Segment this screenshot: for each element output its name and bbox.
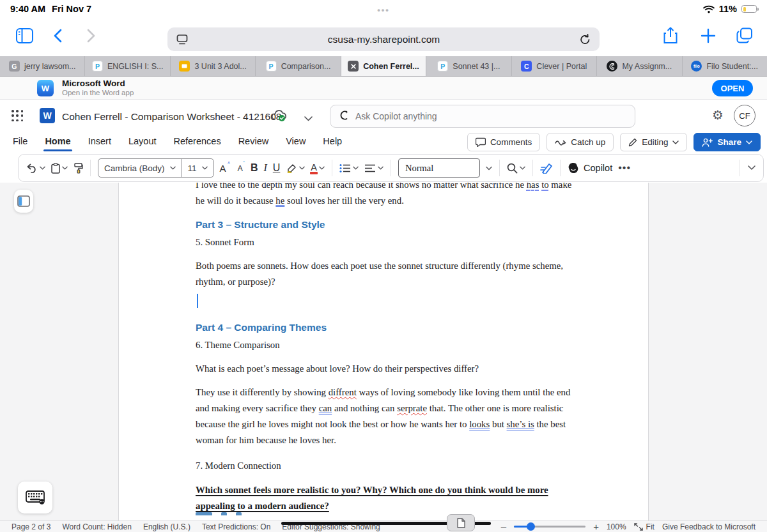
grammar-mark: to	[541, 183, 549, 190]
copilot-button[interactable]: Copilot	[568, 162, 612, 174]
open-button[interactable]: OPEN	[712, 80, 753, 96]
comments-button[interactable]: Comments	[467, 133, 540, 151]
part3-heading[interactable]: Part 3 – Structure and Style	[196, 217, 573, 232]
tab-cohen-active[interactable]: Cohen Ferrel...	[341, 56, 426, 76]
more-options-button[interactable]: •••	[618, 162, 631, 174]
banner-subtitle: Open in the Word app	[62, 89, 134, 96]
settings-gear-icon[interactable]: ⚙	[712, 107, 724, 123]
copilot-search-input[interactable]: Ask Copilot anything	[330, 105, 635, 128]
share-button[interactable]: Share	[693, 133, 761, 151]
address-bar[interactable]: csusa-my.sharepoint.com	[167, 27, 600, 51]
line-spacing-button[interactable]	[364, 163, 384, 173]
editing-mode-button[interactable]: Editing	[620, 133, 687, 151]
format-painter-icon[interactable]	[74, 163, 83, 174]
font-name-select[interactable]: Cambria (Body)	[98, 159, 182, 177]
tab-sonnet[interactable]: P Sonnet 43 |...	[426, 56, 511, 76]
new-tab-icon[interactable]	[701, 28, 716, 46]
editor-button[interactable]	[540, 162, 553, 174]
question-7-number[interactable]: 7. Modern Connection	[196, 458, 573, 474]
style-chevron-icon[interactable]	[486, 166, 492, 171]
document-page[interactable]: I love thee to the depth my soul can rea…	[118, 183, 649, 521]
font-size-select[interactable]: 11	[182, 159, 213, 177]
part4-heading[interactable]: Part 4 – Comparing Themes	[196, 319, 573, 335]
powerschool-favicon: P	[266, 61, 277, 72]
question-7-text[interactable]: Which sonnet feels more realistic to you…	[196, 482, 557, 514]
tab-label: ENGLISH I: S...	[107, 62, 164, 71]
menu-references[interactable]: References	[173, 133, 221, 151]
tab-jerry[interactable]: G jerry lawsom...	[0, 56, 85, 76]
filo-favicon: filo	[691, 61, 702, 72]
title-chevron-down-icon[interactable]	[304, 112, 313, 124]
document-canvas: I love thee to the depth my soul can rea…	[0, 183, 767, 521]
find-button[interactable]	[507, 163, 525, 174]
paste-button[interactable]	[51, 163, 68, 174]
menu-review[interactable]: Review	[238, 133, 269, 151]
mcgraw-hill-favicon	[607, 61, 617, 72]
question-5-number[interactable]: 5. Sonnet Form	[196, 234, 573, 250]
page-indicator[interactable]: Page 2 of 3	[12, 522, 50, 531]
share-icon[interactable]	[663, 27, 678, 47]
tabs-overview-icon[interactable]	[736, 27, 753, 46]
font-color-button[interactable]: A	[311, 162, 325, 174]
tab-unit3[interactable]: 3 Unit 3 Adol...	[171, 56, 256, 76]
zoom-level[interactable]: 100%	[607, 522, 626, 531]
style-name-value: Normal	[405, 163, 433, 174]
bold-button[interactable]: B	[251, 162, 258, 174]
pane-toggle-button[interactable]	[14, 190, 33, 213]
language-indicator[interactable]: English (U.S.)	[143, 522, 190, 531]
answer-4-text[interactable]: I love thee to the depth my soul can rea…	[196, 183, 573, 209]
safari-toolbar: csusa-my.sharepoint.com	[0, 18, 767, 56]
menu-home[interactable]: Home	[45, 133, 70, 151]
forward-button[interactable]	[87, 29, 96, 45]
tab-comparison[interactable]: P Comparison...	[256, 56, 341, 76]
fit-button[interactable]: Fit	[634, 522, 655, 531]
sidebar-toggle-icon[interactable]	[16, 28, 33, 46]
page-thumbnail-button[interactable]	[447, 514, 475, 531]
slides-favicon	[179, 61, 190, 72]
document-title[interactable]: Cohen Ferrell - Comparison Worksheet - 4…	[62, 111, 281, 123]
shrink-font-button[interactable]: Aˇ	[238, 163, 245, 173]
highlight-button[interactable]	[286, 163, 305, 174]
italic-button[interactable]: I	[263, 162, 267, 174]
zoom-slider[interactable]	[514, 526, 585, 528]
tab-clever[interactable]: C Clever | Portal	[512, 56, 597, 76]
tab-label: 3 Unit 3 Adol...	[194, 62, 246, 71]
menu-help[interactable]: Help	[323, 133, 342, 151]
style-gallery[interactable]: Normal	[398, 158, 480, 178]
menu-view[interactable]: View	[286, 133, 306, 151]
grammar-mark: can	[319, 403, 332, 413]
open-in-app-banner: W Microsoft Word Open in the Word app OP…	[0, 77, 767, 100]
back-button[interactable]	[53, 29, 62, 45]
zoom-in-button[interactable]: +	[593, 522, 599, 531]
close-tab-icon[interactable]	[348, 61, 359, 72]
question-5-text[interactable]: Both poems are sonnets. How does each po…	[196, 258, 573, 290]
zoom-out-button[interactable]: –	[501, 522, 506, 531]
text-predictions[interactable]: Text Predictions: On	[202, 522, 270, 531]
catch-up-button[interactable]: Catch up	[546, 133, 614, 151]
word-header: W Cohen Ferrell - Comparison Worksheet -…	[0, 100, 767, 132]
font-name-value: Cambria (Body)	[104, 163, 165, 173]
bullet-list-button[interactable]	[339, 163, 359, 173]
menu-insert[interactable]: Insert	[88, 133, 111, 151]
menu-layout[interactable]: Layout	[128, 133, 157, 151]
grow-font-button[interactable]: A＾	[220, 162, 232, 174]
tab-label: Filo Student:...	[706, 62, 758, 71]
question-6-text[interactable]: What is each poet’s message about love? …	[196, 361, 573, 377]
account-avatar[interactable]: CF	[734, 105, 755, 126]
question-6-number[interactable]: 6. Theme Comparison	[196, 337, 573, 353]
underline-button[interactable]: U	[273, 162, 281, 174]
app-launcher-icon[interactable]	[12, 110, 24, 122]
tab-filo[interactable]: filo Filo Student:...	[683, 56, 767, 76]
undo-button[interactable]	[26, 163, 45, 173]
powerschool-favicon: P	[437, 61, 448, 72]
feedback-link[interactable]: Give Feedback to Microsoft	[662, 522, 755, 531]
answer-6-text[interactable]: They use it differently by showing diffr…	[196, 384, 573, 448]
word-count[interactable]: Word Count: Hidden	[62, 522, 132, 531]
reload-icon[interactable]	[580, 34, 591, 45]
page-settings-icon[interactable]	[176, 34, 188, 45]
collapse-ribbon-chevron-icon[interactable]	[748, 165, 755, 171]
tab-assignments[interactable]: My Assignm...	[597, 56, 682, 76]
menu-file[interactable]: File	[13, 133, 27, 151]
tab-english[interactable]: P ENGLISH I: S...	[85, 56, 170, 76]
keyboard-button[interactable]	[18, 482, 52, 513]
